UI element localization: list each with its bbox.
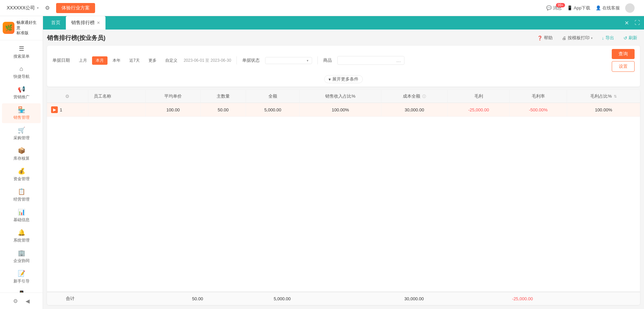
sidebar-item-enterprise[interactable]: 🏢 企业协同 — [2, 247, 41, 266]
cost-info-icon[interactable]: ⓘ — [422, 94, 426, 98]
sidebar-item-label: 库存核算 — [13, 156, 30, 161]
th-amount: 全额 — [246, 90, 300, 103]
sidebar-logo: 🌿 畅康通好生意 标准版 — [0, 16, 43, 40]
operations-icon: 📋 — [18, 188, 25, 195]
sidebar-item-finance[interactable]: 💰 资金管理 — [2, 165, 41, 185]
home-icon: ⌂ — [19, 65, 23, 72]
export-button[interactable]: ↓ 导出 — [599, 34, 617, 42]
refresh-button[interactable]: ↺ 刷新 — [621, 34, 640, 42]
sidebar-item-label: 新手引导 — [13, 278, 30, 284]
footer-qty: 50.00 — [161, 292, 234, 305]
th-avg-price: 平均单价 — [146, 90, 201, 103]
page-actions: ❓ 帮助 🖨 按模板打印 ▾ ↓ 导出 ↺ 刷新 — [534, 34, 640, 42]
status-select[interactable]: ▾ — [265, 57, 312, 64]
td-gross-pct: 100.00% — [567, 103, 640, 117]
tab-bar-right: ✕ ⛶ — [622, 19, 641, 27]
sidebar: 🌿 畅康通好生意 标准版 ☰ 搜索菜单 ⌂ 快捷导航 📢 营销推广 🏪 销售管理 — [0, 16, 43, 309]
sidebar-item-system[interactable]: 🔔 系统管理 — [2, 226, 41, 246]
footer-row: 合计 50.00 5,000.00 30,000.00 -25,000.00 — [47, 292, 640, 305]
th-col-settings[interactable]: ⚙ — [47, 90, 88, 103]
page-content: 销售排行榜(按业务员) ❓ 帮助 🖨 按模板打印 ▾ ↓ 导出 — [43, 30, 644, 309]
td-sales-pct: 100.00% — [300, 103, 381, 117]
sidebar-item-label: 基础信息 — [13, 217, 30, 223]
company-selector[interactable]: XXXXXX公司 ▾ — [4, 4, 41, 12]
tab-sales-ranking[interactable]: 销售排行榜 ✕ — [66, 16, 105, 30]
sidebar-item-operations[interactable]: 📋 经营管理 — [2, 185, 41, 205]
notification-area[interactable]: 💬 消息 99+ — [546, 5, 562, 11]
th-cost: 成本全额 ⓘ — [381, 90, 447, 103]
date-tab-current-year[interactable]: 本年 — [109, 56, 124, 65]
sidebar-settings-btn[interactable]: ⚙ — [11, 296, 20, 306]
th-rank: 员工名称 — [88, 90, 145, 103]
footer-label: 合计 — [60, 292, 130, 305]
footer-gross-pct — [609, 292, 640, 305]
print-label: 按模板打印 — [568, 35, 590, 41]
online-service-btn[interactable]: 👤 在线客服 — [596, 5, 620, 11]
table-footer-area: 合计 50.00 5,000.00 30,000.00 -25,000.00 — [47, 292, 640, 305]
sidebar-nav: ☰ 搜索菜单 ⌂ 快捷导航 📢 营销推广 🏪 销售管理 🛒 采购管理 📦 库 — [0, 40, 43, 293]
app-download-btn[interactable]: 📱 App下载 — [567, 5, 590, 11]
sidebar-item-guide[interactable]: 📝 新手引导 — [2, 267, 41, 287]
th-qty: 主数量 — [201, 90, 246, 103]
tab-bar-expand-icon[interactable]: ⛶ — [633, 19, 641, 27]
expand-more-btn[interactable]: ▾ 展开更多条件 — [324, 75, 363, 83]
date-tab-more[interactable]: 更多 — [145, 56, 160, 65]
sidebar-footer: ⚙ ◀ — [0, 293, 43, 309]
sidebar-item-purchase[interactable]: 🛒 采购管理 — [2, 124, 41, 144]
avatar[interactable] — [625, 3, 635, 13]
table-scroll-area[interactable]: ⚙ 员工名称 平均单价 主数量 全额 销售收入占比% 成本全额 ⓘ — [47, 90, 640, 292]
sales-icon: 🏪 — [18, 106, 25, 113]
filter-separator-1 — [237, 56, 237, 64]
td-cost: 30,000.00 — [381, 103, 447, 117]
tab-close-icon[interactable]: ✕ — [97, 20, 100, 25]
sidebar-item-marketing[interactable]: 📢 营销推广 — [2, 83, 41, 103]
td-qty: 50.00 — [201, 103, 246, 117]
guide-icon: 📝 — [18, 270, 25, 277]
marketing-icon: 📢 — [18, 86, 25, 93]
expand-down-icon: ▾ — [329, 77, 331, 82]
date-tab-current-month[interactable]: 本月 — [92, 56, 108, 65]
date-tabs: 上月 本月 本年 近7天 更多 自定义 2023-06-01 至 2023-06… — [75, 56, 231, 65]
sidebar-item-basicinfo[interactable]: 📊 基础信息 — [2, 206, 41, 225]
sidebar-item-label: 销售管理 — [13, 115, 30, 120]
sidebar-item-label: 采购管理 — [13, 135, 30, 141]
sidebar-item-search[interactable]: ☰ 搜索菜单 — [2, 42, 41, 62]
tab-bar-close-icon[interactable]: ✕ — [622, 19, 631, 27]
sidebar-collapse-btn[interactable]: ◀ — [23, 296, 32, 306]
sidebar-item-appcenter[interactable]: 📱 应用中心 — [2, 288, 41, 293]
system-icon: 🔔 — [18, 229, 25, 236]
help-button[interactable]: ❓ 帮助 — [534, 34, 555, 42]
logo-text: 畅康通好生意 — [16, 20, 40, 31]
export-icon: ↓ — [602, 36, 604, 41]
page-header: 销售排行榜(按业务员) ❓ 帮助 🖨 按模板打印 ▾ ↓ 导出 — [47, 34, 640, 42]
query-button[interactable]: 查询 — [612, 49, 635, 59]
gross-pct-sort-icon[interactable]: ⇅ — [614, 94, 617, 98]
th-sales-pct: 销售收入占比% — [300, 90, 381, 103]
filter-bar: 单据日期 上月 本月 本年 近7天 更多 自定义 2023-06-01 至 20… — [47, 46, 640, 87]
tab-home[interactable]: 首页 — [46, 16, 66, 30]
date-tab-last-month[interactable]: 上月 — [75, 56, 91, 65]
settings-button[interactable]: 设置 — [612, 61, 635, 72]
finance-icon: 💰 — [18, 167, 25, 175]
trial-button[interactable]: 体验行业方案 — [56, 3, 95, 13]
td-avg-price: 100.00 — [146, 103, 201, 117]
basicinfo-icon: 📊 — [18, 208, 25, 216]
table-row: ▶ 1 100.00 50.00 5,000.00 100.00% 30,000… — [47, 103, 640, 117]
goods-input[interactable]: … — [337, 56, 404, 65]
filter-row-1: 单据日期 上月 本月 本年 近7天 更多 自定义 2023-06-01 至 20… — [52, 49, 635, 72]
footer-avg-price — [130, 292, 161, 305]
footer-table: 合计 50.00 5,000.00 30,000.00 -25,000.00 — [47, 292, 640, 305]
expand-row: ▾ 展开更多条件 — [52, 75, 635, 83]
col-settings-icon[interactable]: ⚙ — [65, 94, 70, 99]
footer-cost: 30,000.00 — [361, 292, 467, 305]
date-tab-custom[interactable]: 自定义 — [162, 56, 181, 65]
date-tab-7days[interactable]: 近7天 — [126, 56, 143, 65]
sidebar-item-sales[interactable]: 🏪 销售管理 — [2, 103, 41, 123]
print-button[interactable]: 🖨 按模板打印 ▾ — [559, 34, 595, 42]
sidebar-item-inventory[interactable]: 📦 库存核算 — [2, 144, 41, 164]
print-dropdown-icon: ▾ — [591, 36, 593, 40]
th-gross-rate: 毛利率 — [510, 90, 567, 103]
row-expand-icon[interactable]: ▶ — [51, 106, 58, 113]
sidebar-item-quicknav[interactable]: ⌂ 快捷导航 — [2, 63, 41, 82]
company-settings-icon[interactable]: ⚙ — [43, 3, 52, 13]
